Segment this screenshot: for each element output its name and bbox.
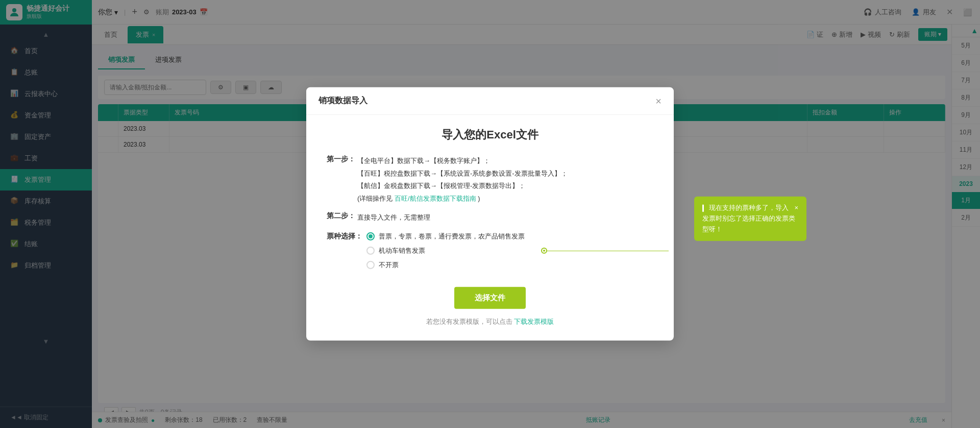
radio-noinvoice-circle (366, 261, 375, 269)
hint-close: ) (478, 195, 480, 202)
radio-general[interactable]: 普票，专票，卷票，通行费发票，农产品销售发票 (366, 232, 653, 241)
step1-line2: 【百旺】税控盘数据下载→【系统设置-系统参数设置-发票批量导入】； (357, 167, 568, 180)
step1-line1: 【全电平台】数据下载→【税务数字账户】； (357, 155, 568, 168)
step1-hint: (详细操作见 百旺/航信发票数据下载指南 ) (357, 193, 568, 205)
radio-motor-circle (366, 247, 375, 255)
tooltip-close-btn[interactable]: × (794, 203, 798, 213)
tooltip-bar (702, 205, 704, 212)
radio-general-circle (366, 232, 375, 241)
step2-row: 第二步： 直接导入文件，无需整理 (327, 211, 653, 224)
step2-text: 直接导入文件，无需整理 (357, 213, 430, 221)
step1-label: 第一步： (327, 155, 357, 164)
radio-noinvoice-label: 不开票 (379, 260, 399, 270)
hint-link[interactable]: 百旺/航信发票数据下载指南 (395, 195, 476, 202)
tooltip-text: 现在支持的票种多了，导入发票时别忘了选择正确的发票类型呀！ (702, 204, 795, 233)
radio-general-label: 普票，专票，卷票，通行费发票，农产品销售发票 (379, 232, 525, 241)
step1-content: 【全电平台】数据下载→【税务数字账户】； 【百旺】税控盘数据下载→【系统设置-系… (357, 155, 568, 205)
tooltip-line (546, 251, 669, 251)
radio-motor-label: 机动车销售发票 (379, 246, 425, 255)
tooltip-bubble: × 现在支持的票种多了，导入发票时别忘了选择正确的发票类型呀！ (694, 197, 806, 241)
modal-header: 销项数据导入 × (306, 87, 674, 115)
step1-row: 第一步： 【全电平台】数据下载→【税务数字账户】； 【百旺】税控盘数据下载→【系… (327, 155, 653, 205)
tooltip-connector (542, 249, 669, 253)
modal-close-btn[interactable]: × (655, 96, 662, 106)
step1-line3: 【航信】金税盘数据下载→【报税管理-发票数据导出】； (357, 180, 568, 193)
modal-main-title: 导入您的Excel文件 (327, 127, 653, 142)
modal-footer: 若您没有发票模版，可以点击 下载发票模版 (327, 317, 653, 326)
radio-group: 票种选择： 普票，专票，卷票，通行费发票，农产品销售发票 机动车销售发票 (327, 232, 653, 275)
radio-options-area: 普票，专票，卷票，通行费发票，农产品销售发票 机动车销售发票 不开票 (366, 232, 653, 275)
radio-general-dot (369, 234, 373, 239)
step2-label: 第二步： (327, 211, 357, 221)
download-template-link[interactable]: 下载发票模版 (514, 318, 554, 325)
radio-noinvoice[interactable]: 不开票 (366, 260, 653, 270)
radio-row: 票种选择： 普票，专票，卷票，通行费发票，农产品销售发票 机动车销售发票 (327, 232, 653, 275)
modal-title: 销项数据导入 (318, 96, 368, 106)
hint-text: (详细操作见 (357, 195, 393, 202)
tooltip-dot (542, 249, 546, 253)
modal-body: 导入您的Excel文件 第一步： 【全电平台】数据下载→【税务数字账户】； 【百… (306, 115, 674, 341)
import-modal: 销项数据导入 × 导入您的Excel文件 第一步： 【全电平台】数据下载→【税务… (306, 87, 674, 341)
footer-text: 若您没有发票模版，可以点击 (426, 318, 512, 325)
select-file-button[interactable]: 选择文件 (454, 287, 526, 309)
radio-label: 票种选择： (327, 232, 362, 241)
step2-content: 直接导入文件，无需整理 (357, 211, 430, 224)
radio-motor[interactable]: 机动车销售发票 (366, 246, 653, 255)
